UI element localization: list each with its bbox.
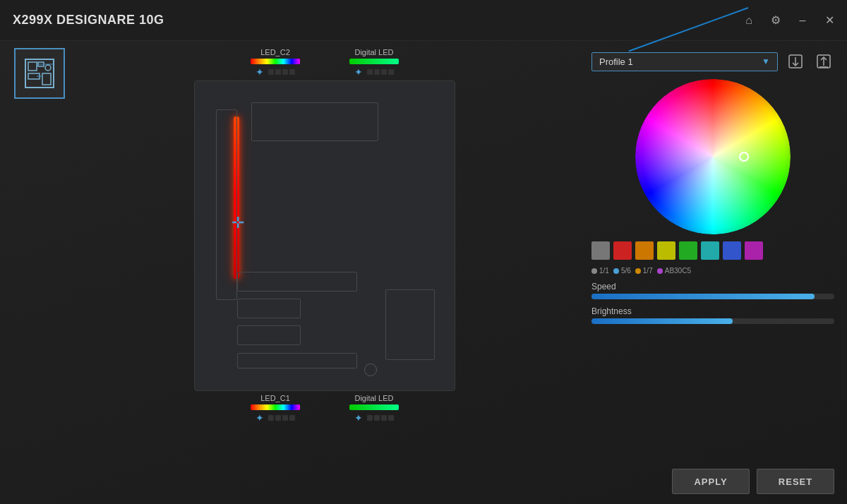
bottom-digital-led-gear-icon[interactable]: ✦ (354, 412, 363, 424)
brightness-slider-group: Brightness (591, 306, 834, 324)
top-digital-led-bar (349, 59, 399, 64)
swatch-yellow[interactable] (657, 241, 675, 260)
brightness-label: Brightness (591, 306, 834, 316)
swatch-red[interactable] (613, 241, 632, 260)
bottom-buttons: APPLY RESET (591, 469, 834, 494)
mb-rect-left-tall (216, 109, 237, 300)
bottom-led-c1-group: LED_C1 ✦ (251, 394, 300, 424)
top-digital-led-controls: ✦ (354, 66, 394, 78)
bottom-digital-led-group: Digital LED ✦ (349, 394, 399, 424)
svg-point-7 (45, 65, 51, 71)
swatch-purple[interactable] (745, 241, 763, 260)
color-label-text-1: 5/6 (621, 267, 631, 275)
top-led-c2-group: LED_C2 ✦ (251, 48, 300, 78)
reset-button[interactable]: RESET (757, 469, 834, 494)
top-digital-led-label: Digital LED (354, 48, 393, 56)
bottom-digital-led-label: Digital LED (354, 394, 393, 402)
mb-thumbnail[interactable] (14, 48, 65, 99)
motherboard-icon (23, 56, 56, 90)
led-c2-controls: ✦ (256, 66, 295, 78)
color-label-2: 1/7 (635, 267, 653, 275)
home-button[interactable]: ⌂ (741, 13, 757, 28)
led-c1-dots (268, 415, 295, 421)
settings-button[interactable]: ⚙ (768, 13, 783, 28)
brightness-slider-track[interactable] (591, 318, 834, 324)
profile-import-button[interactable] (785, 51, 806, 72)
mb-rect-right (385, 289, 435, 360)
slider-group: Speed Brightness (591, 282, 834, 324)
color-labels-row: 1/1 5/6 1/7 AB30C5 (591, 267, 834, 275)
apply-button[interactable]: APPLY (672, 469, 750, 494)
speed-slider-track[interactable] (591, 294, 834, 299)
color-label-text-2: 1/7 (643, 267, 653, 275)
color-wheel-container[interactable] (591, 79, 834, 234)
swatch-orange[interactable] (635, 241, 654, 260)
mb-rect-top (251, 102, 378, 141)
color-label-0: 1/1 (591, 267, 609, 275)
speed-slider-fill (591, 294, 815, 299)
swatch-blue[interactable] (723, 241, 741, 260)
profile-selected-label: Profile 1 (599, 56, 633, 67)
led-c2-bar (251, 59, 300, 64)
color-label-text-0: 1/1 (599, 267, 609, 275)
bottom-led-c1-label: LED_C1 (260, 394, 290, 402)
close-button[interactable]: ✕ (822, 13, 837, 28)
top-digital-led-group: Digital LED ✦ (349, 48, 399, 78)
mb-rect-mid2 (237, 299, 301, 318)
led-c1-controls: ✦ (256, 412, 295, 424)
color-wheel-cursor (739, 152, 749, 162)
import-icon (788, 54, 803, 69)
color-dot-2 (635, 268, 641, 274)
led-c2-dots (268, 69, 295, 75)
window-controls: ⌂ ⚙ – ✕ (741, 13, 837, 28)
swatch-teal[interactable] (701, 241, 719, 260)
mb-rect-mid3 (237, 325, 301, 345)
top-led-c2-label: LED_C2 (260, 48, 290, 56)
svg-rect-1 (28, 62, 37, 71)
color-wheel-overlay (635, 79, 791, 234)
swatch-green[interactable] (679, 241, 697, 260)
right-panel: Profile 1 ▼ (579, 41, 847, 504)
speed-slider-group: Speed (591, 282, 834, 299)
main-content: LED_C2 ✦ Digital LED ✦ (0, 41, 847, 504)
mb-circle (364, 364, 377, 376)
color-dot-3 (657, 268, 663, 274)
app-title: X299X DESIGNARE 10G (13, 13, 164, 28)
led-c1-gear-icon[interactable]: ✦ (256, 412, 264, 424)
speed-label: Speed (591, 282, 834, 292)
color-wheel[interactable] (635, 79, 791, 234)
swatch-gray[interactable] (591, 241, 610, 260)
color-label-text-3: AB30C5 (665, 267, 691, 275)
color-label-1: 5/6 (613, 267, 631, 275)
top-digital-led-gear-icon[interactable]: ✦ (354, 66, 363, 78)
mb-rect-mid4 (237, 353, 357, 368)
color-dot-0 (591, 268, 597, 274)
bottom-digital-led-controls: ✦ (354, 412, 394, 424)
led-c2-gear-icon[interactable]: ✦ (256, 66, 264, 78)
titlebar: X299X DESIGNARE 10G ⌂ ⚙ – ✕ (0, 0, 847, 41)
left-panel: LED_C2 ✦ Digital LED ✦ (0, 41, 579, 504)
color-label-3: AB30C5 (657, 267, 691, 275)
profile-export-button[interactable] (813, 51, 834, 72)
bottom-digital-led-dots (367, 415, 394, 421)
chevron-down-icon: ▼ (762, 56, 770, 66)
led-c1-bar (251, 404, 300, 410)
profile-dropdown[interactable]: Profile 1 ▼ (591, 52, 778, 71)
color-swatches-row (591, 241, 834, 260)
brightness-slider-fill (591, 318, 733, 324)
color-dot-1 (613, 268, 619, 274)
svg-rect-4 (42, 73, 51, 85)
top-digital-led-dots (367, 69, 394, 75)
mb-diagram: ✛ (194, 80, 455, 391)
export-icon (816, 54, 831, 69)
minimize-button[interactable]: – (795, 13, 810, 28)
mb-rect-mid1 (237, 272, 357, 292)
profile-row: Profile 1 ▼ (591, 51, 834, 72)
bottom-digital-led-bar (349, 404, 399, 410)
